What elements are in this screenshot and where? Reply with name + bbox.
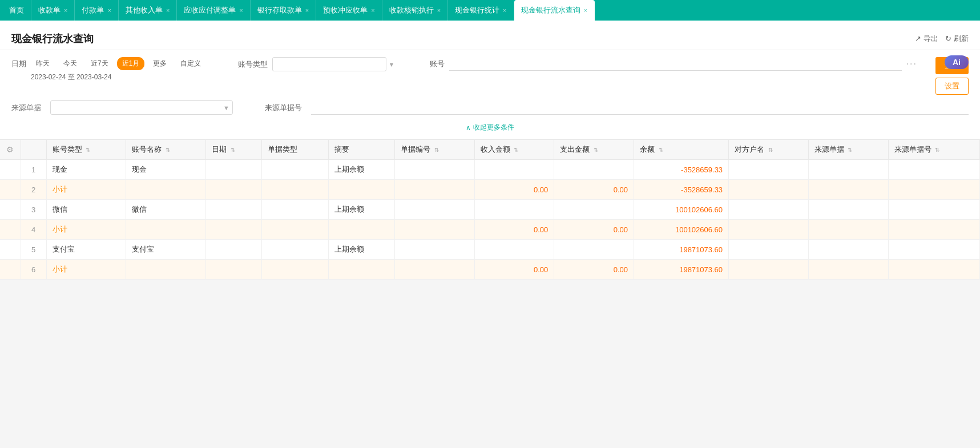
nav-close-advance[interactable]: × — [371, 7, 374, 14]
table-cell — [729, 260, 809, 280]
col-account-type[interactable]: 账号类型 ⇅ — [46, 140, 126, 160]
table-cell — [328, 220, 394, 240]
table-cell: 0.00 — [474, 220, 554, 240]
table-cell: 4 — [21, 220, 46, 240]
sort-balance-icon: ⇅ — [659, 147, 663, 153]
account-type-select[interactable] — [272, 57, 386, 71]
date-range-display: 2023-02-24 至 2023-03-24 — [31, 73, 111, 81]
col-doc-no[interactable]: 单据编号 ⇅ — [394, 140, 474, 160]
col-expense[interactable]: 支出金额 ⇅ — [554, 140, 634, 160]
nav-close-adjustment[interactable]: × — [239, 7, 243, 14]
sort-income-icon: ⇅ — [514, 147, 518, 153]
account-label: 账号 — [430, 59, 445, 69]
table-cell — [808, 160, 888, 180]
table-cell: 小计 — [46, 180, 126, 200]
page-title: 现金银行流水查询 — [11, 32, 94, 46]
col-account-name[interactable]: 账号名称 ⇅ — [126, 140, 206, 160]
table-header-row: ⚙ 账号类型 ⇅ 账号名称 ⇅ 日期 ⇅ 单据类型 — [0, 140, 980, 160]
collapse-bar[interactable]: ∧ 收起更多条件 — [11, 120, 969, 132]
date-btn-custom[interactable]: 自定义 — [175, 57, 206, 70]
date-btn-yesterday[interactable]: 昨天 — [31, 57, 55, 70]
date-btn-7days[interactable]: 近7天 — [86, 57, 114, 70]
nav-close-receipt[interactable]: × — [64, 7, 67, 14]
table-cell: 0.00 — [554, 220, 634, 240]
table-cell — [0, 260, 21, 280]
account-more-dots[interactable]: ··· — [906, 59, 917, 69]
table-cell — [888, 180, 980, 200]
col-source-doc[interactable]: 来源单据 ⇅ — [808, 140, 888, 160]
ai-label: Ai — [953, 58, 961, 67]
refresh-link[interactable]: ↻ 刷新 — [945, 34, 969, 44]
col-date[interactable]: 日期 ⇅ — [205, 140, 261, 160]
col-settings[interactable]: ⚙ — [0, 140, 21, 160]
nav-close-payment[interactable]: × — [107, 7, 111, 14]
sort-date-icon: ⇅ — [231, 147, 235, 153]
nav-bank-flow-label: 现金银行流水查询 — [521, 5, 580, 15]
nav-tab-home[interactable]: 首页 — [2, 0, 31, 21]
table-cell — [808, 220, 888, 240]
table-cell — [205, 220, 261, 240]
col-income[interactable]: 收入金额 ⇅ — [474, 140, 554, 160]
col-balance[interactable]: 余额 ⇅ — [634, 140, 729, 160]
table-cell — [126, 180, 206, 200]
refresh-icon: ↻ — [945, 34, 951, 43]
nav-tab-bank-flow[interactable]: 现金银行流水查询 × — [514, 0, 595, 21]
table-cell — [262, 200, 328, 220]
table-cell — [205, 240, 261, 260]
nav-adjustment-label: 应收应付调整单 — [184, 5, 236, 15]
sort-doc-no-icon: ⇅ — [434, 147, 439, 153]
source-doc-select[interactable] — [50, 100, 233, 115]
col-source-doc-no[interactable]: 来源单据号 ⇅ — [888, 140, 980, 160]
table-cell: 微信 — [126, 200, 206, 220]
table-cell — [0, 200, 21, 220]
table-cell — [554, 160, 634, 180]
nav-tab-write-off[interactable]: 收款核销执行 × — [382, 0, 448, 21]
col-summary: 摘要 — [328, 140, 394, 160]
table-cell: 100102606.60 — [634, 200, 729, 220]
sort-source-doc-icon: ⇅ — [848, 147, 852, 153]
table-cell — [394, 200, 474, 220]
table-cell: 2 — [21, 180, 46, 200]
table-cell — [328, 260, 394, 280]
table-cell — [554, 240, 634, 260]
nav-tab-other-income[interactable]: 其他收入单 × — [119, 0, 177, 21]
nav-close-bank-deposit[interactable]: × — [305, 7, 309, 14]
table-cell: 19871073.60 — [634, 260, 729, 280]
gear-icon[interactable]: ⚙ — [6, 145, 14, 154]
table-cell — [205, 260, 261, 280]
table-cell: 5 — [21, 240, 46, 260]
nav-tab-advance[interactable]: 预收冲应收单 × — [316, 0, 382, 21]
top-nav: 首页 收款单 × 付款单 × 其他收入单 × 应收应付调整单 × 银行存取款单 … — [0, 0, 980, 21]
table-row: 2小计0.000.00-3528659.33 — [0, 180, 980, 200]
sort-account-name-icon: ⇅ — [166, 147, 170, 153]
table-cell — [262, 180, 328, 200]
nav-close-write-off[interactable]: × — [437, 7, 441, 14]
date-btn-more[interactable]: 更多 — [148, 57, 172, 70]
date-btn-today[interactable]: 今天 — [58, 57, 82, 70]
nav-tab-payment[interactable]: 付款单 × — [75, 0, 118, 21]
export-link[interactable]: ↗ 导出 — [915, 34, 938, 44]
nav-close-bank-stat[interactable]: × — [503, 7, 506, 14]
ai-badge[interactable]: Ai — [945, 55, 969, 69]
nav-tab-adjustment[interactable]: 应收应付调整单 × — [177, 0, 250, 21]
table-cell: 现金 — [126, 160, 206, 180]
account-type-chevron-icon: ▼ — [388, 61, 394, 68]
nav-tab-bank-deposit[interactable]: 银行存取款单 × — [251, 0, 316, 21]
col-counterparty[interactable]: 对方户名 ⇅ — [729, 140, 809, 160]
account-input[interactable] — [449, 57, 901, 71]
nav-close-other-income[interactable]: × — [166, 7, 170, 14]
table-cell — [126, 220, 206, 240]
table-cell — [474, 200, 554, 220]
source-doc-no-input[interactable] — [311, 101, 969, 115]
nav-bank-stat-label: 现金银行统计 — [455, 5, 499, 15]
settings-button[interactable]: 设置 — [935, 78, 969, 95]
nav-tab-bank-stat[interactable]: 现金银行统计 × — [448, 0, 514, 21]
table-cell — [205, 180, 261, 200]
table-cell — [205, 160, 261, 180]
nav-close-bank-flow[interactable]: × — [584, 7, 587, 14]
table-cell: 0.00 — [554, 180, 634, 200]
nav-tab-receipt[interactable]: 收款单 × — [31, 0, 75, 21]
collapse-up-icon: ∧ — [466, 124, 471, 132]
nav-write-off-label: 收款核销执行 — [389, 5, 434, 15]
date-btn-1month[interactable]: 近1月 — [117, 57, 145, 70]
